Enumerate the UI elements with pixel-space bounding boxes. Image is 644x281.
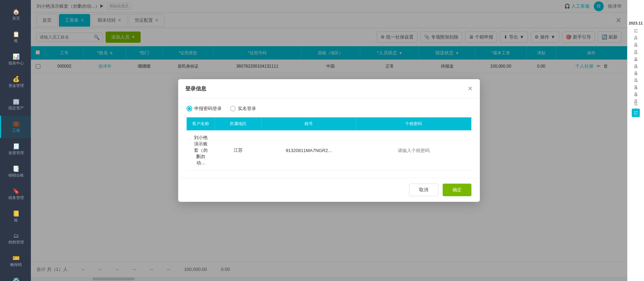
sidebar-item-report-center[interactable]: 📊 报表中心 — [0, 48, 31, 71]
modal-footer: 取消 确定 — [178, 178, 480, 202]
modal-close-button[interactable]: ✕ — [468, 85, 473, 92]
radio-pwd-label: 申报密码登录 — [194, 105, 222, 112]
sidebar-item-accounts[interactable]: 📋 账 — [0, 26, 31, 48]
calendar-month-4[interactable]: 4月 — [633, 57, 638, 63]
sidebar-item-sales-ledger[interactable]: 📑 销销台账 — [0, 160, 31, 183]
tax-pwd-input[interactable] — [362, 148, 466, 153]
calendar-year: 2023.11 — [629, 21, 643, 25]
modal-tax-pwd-cell — [356, 130, 471, 171]
login-type-radio-group: 申报密码登录 实名登录 — [187, 105, 471, 112]
calendar-month-2[interactable]: 2月 — [633, 43, 638, 49]
modal-body: 申报密码登录 实名登录 客户名称 所属地区 税号 个税密码 — [178, 98, 480, 178]
radio-realname-circle — [230, 106, 236, 111]
calendar-month-10[interactable]: 10月 — [633, 99, 638, 108]
sidebar-item-settings[interactable]: ⚙️ 设置 — [0, 272, 31, 281]
calendar-month-1[interactable]: 1月 — [633, 36, 638, 42]
modal-table-row: 刘小艳演示账套（勿删勿动... 江苏 91320811MA7NGR2... — [187, 130, 471, 171]
calendar-month-8[interactable]: 8月 — [633, 85, 638, 91]
calendar-month-3[interactable]: 3月 — [633, 50, 638, 56]
modal-login-table: 客户名称 所属地区 税号 个税密码 刘小艳演示账套（勿删勿动... 江苏 913… — [187, 117, 471, 171]
sidebar-item-payroll[interactable]: 💼 工资 — [0, 116, 31, 138]
confirm-button[interactable]: 确定 — [443, 184, 471, 196]
modal-col-client-name: 客户名称 — [187, 117, 215, 130]
calendar-month-12[interactable]: 12月 — [633, 27, 638, 35]
radio-pwd-login[interactable]: 申报密码登录 — [187, 105, 222, 112]
sidebar-item-smooth-sales[interactable]: 🎫 畅报销 — [0, 250, 31, 272]
sidebar-item-archive[interactable]: 🗂 档档管理 — [0, 228, 31, 250]
modal-col-region: 所属地区 — [215, 117, 262, 130]
sidebar-item-ledger[interactable]: 📒 账 — [0, 205, 31, 228]
modal-col-tax-no: 税号 — [262, 117, 356, 130]
modal-client-name: 刘小艳演示账套（勿删勿动... — [187, 130, 215, 171]
modal-overlay: 登录信息 ✕ 申报密码登录 实名登录 客户名称 所属地区 — [31, 0, 627, 281]
modal-header: 登录信息 ✕ — [178, 79, 480, 98]
sidebar: 🏠 首页 📋 账 📊 报表中心 💰 资金管理 🏢 固定资产 💼 工资 🧾 发票管… — [0, 0, 31, 281]
radio-realname-label: 实名登录 — [238, 105, 256, 112]
login-info-modal: 登录信息 ✕ 申报密码登录 实名登录 客户名称 所属地区 — [178, 79, 480, 202]
modal-col-tax-pwd: 个税密码 — [356, 117, 471, 130]
sidebar-item-tax-mgmt[interactable]: 🔖 税务管理 — [0, 183, 31, 205]
modal-region: 江苏 — [215, 130, 262, 171]
calendar-month-9[interactable]: 9月 — [633, 92, 638, 98]
sidebar-item-home[interactable]: 🏠 首页 — [0, 4, 31, 26]
sidebar-item-ticket[interactable]: 🧾 发票管理 — [0, 138, 31, 160]
sidebar-item-fixed-assets[interactable]: 🏢 固定资产 — [0, 93, 31, 116]
radio-pwd-circle — [187, 106, 192, 111]
radio-realname-login[interactable]: 实名登录 — [230, 105, 256, 112]
cancel-button[interactable]: 取消 — [409, 184, 438, 196]
modal-tax-no: 91320811MA7NGR2... — [262, 130, 356, 171]
calendar-month-6[interactable]: 6月 — [633, 71, 638, 77]
calendar-month-7[interactable]: 7月 — [633, 78, 638, 84]
right-calendar-sidebar: 2023.11 12月 1月 2月 3月 4月 5月 6月 7月 8月 9月 1… — [627, 0, 644, 281]
sidebar-item-funds[interactable]: 💰 资金管理 — [0, 71, 31, 93]
calendar-month-5[interactable]: 5月 — [633, 64, 638, 70]
modal-title: 登录信息 — [185, 85, 206, 92]
calendar-month-11[interactable]: 11月 — [632, 109, 640, 117]
